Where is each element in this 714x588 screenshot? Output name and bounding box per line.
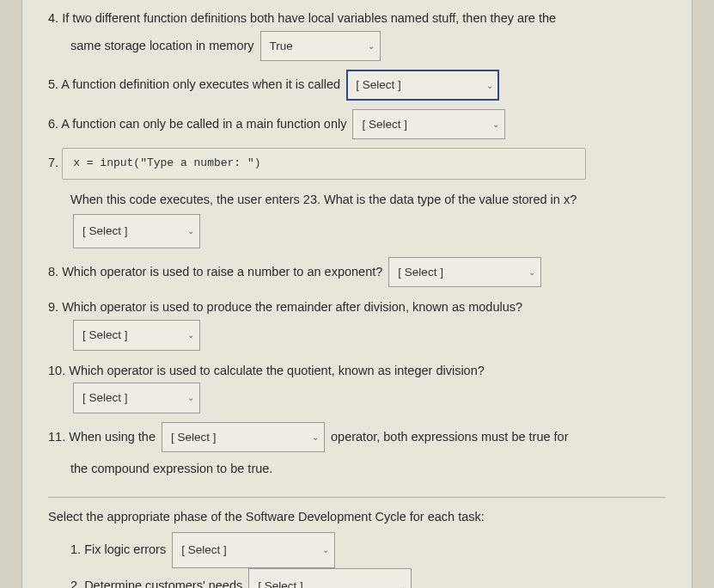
q10-number: 10. (48, 364, 65, 377)
t1-select[interactable]: [ Select ] ⌄ (172, 532, 335, 568)
chevron-down-icon: ⌄ (486, 77, 493, 94)
q9-text: Which operator is used to produce the re… (62, 300, 522, 314)
t1-number: 1. (70, 542, 81, 556)
chevron-down-icon: ⌄ (187, 327, 194, 343)
q4-select[interactable]: True ⌄ (260, 31, 381, 62)
q11-select[interactable]: [ Select ] ⌄ (162, 422, 325, 453)
question-4: 4. If two different function definitions… (48, 7, 666, 61)
chevron-down-icon: ⌄ (528, 264, 535, 280)
question-10: 10. Which operator is used to calculate … (48, 359, 666, 413)
section-divider (48, 497, 666, 498)
chevron-down-icon: ⌄ (322, 540, 329, 560)
q7-text-a: When this code executes, the user enters… (70, 193, 577, 206)
q6-text: A function can only be called in a main … (61, 116, 346, 130)
q6-select-value: [ Select ] (362, 113, 407, 136)
q6-select[interactable]: [ Select ] ⌄ (352, 109, 505, 140)
q9-select-value: [ Select ] (82, 324, 128, 346)
question-5: 5. A function definition only executes w… (48, 70, 666, 101)
t1-text: Fix logic errors (84, 542, 166, 556)
q10-text: Which operator is used to calculate the … (69, 364, 485, 377)
t2-select-value: [ Select ] (258, 573, 303, 588)
question-7: 7. x = input("Type a number: ") When thi… (48, 148, 666, 248)
quiz-page: 4. If two different function definitions… (21, 0, 693, 588)
q7-select-value: [ Select ] (82, 218, 128, 244)
chevron-down-icon: ⌄ (492, 116, 499, 132)
q10-select-value: [ Select ] (82, 387, 128, 409)
q7-code-box: x = input("Type a number: ") (62, 148, 586, 180)
q8-select[interactable]: [ Select ] ⌄ (388, 257, 541, 288)
q8-text: Which operator is used to raise a number… (62, 264, 382, 278)
question-9: 9. Which operator is used to produce the… (48, 296, 666, 350)
q4-select-value: True (270, 35, 293, 58)
q9-number: 9. (48, 300, 58, 314)
task-1: 1. Fix logic errors [ Select ] ⌄ (48, 532, 666, 568)
chevron-down-icon: ⌄ (187, 222, 194, 241)
section2-intro: Select the appropriate phase of the Soft… (48, 510, 666, 524)
chevron-down-icon: ⌄ (187, 389, 194, 406)
question-11: 11. When using the [ Select ] ⌄ operator… (48, 422, 666, 481)
content-area: 4. If two different function definitions… (22, 0, 692, 588)
q9-select[interactable]: [ Select ] ⌄ (73, 320, 200, 351)
t1-select-value: [ Select ] (181, 536, 227, 564)
q8-number: 8. (48, 264, 58, 278)
q5-number: 5. (48, 77, 58, 91)
q7-select[interactable]: [ Select ] ⌄ (73, 214, 200, 248)
q6-number: 6. (48, 116, 58, 130)
question-6: 6. A function can only be called in a ma… (48, 109, 666, 140)
question-8: 8. Which operator is used to raise a num… (48, 257, 666, 288)
q8-select-value: [ Select ] (398, 261, 443, 284)
q5-select-value: [ Select ] (356, 74, 401, 96)
q4-text-a: If two different function definitions bo… (62, 11, 556, 25)
chevron-down-icon: ⌄ (368, 38, 375, 54)
q4-number: 4. (48, 11, 58, 25)
task-2: 2. Determine customers' needs [ Select ]… (48, 568, 666, 588)
q11-text-b: operator, both expressions must be true … (331, 429, 568, 443)
chevron-down-icon: ⌄ (312, 429, 319, 445)
q11-number: 11. (48, 429, 65, 443)
chevron-down-icon: ⌄ (399, 577, 406, 588)
t2-select[interactable]: [ Select ] ⌄ (248, 568, 412, 588)
q7-number: 7. (48, 156, 58, 170)
q10-select[interactable]: [ Select ] ⌄ (73, 383, 200, 413)
q11-text-a: When using the (69, 429, 156, 443)
t2-text: Determine customers' needs (84, 579, 242, 588)
q5-select[interactable]: [ Select ] ⌄ (346, 70, 499, 101)
q11-text-c: the compound expression to be true. (70, 462, 272, 475)
t2-number: 2. (70, 579, 81, 588)
q11-select-value: [ Select ] (171, 426, 217, 449)
q5-text: A function definition only executes when… (61, 77, 340, 91)
q4-text-b: same storage location in memory (70, 38, 254, 52)
